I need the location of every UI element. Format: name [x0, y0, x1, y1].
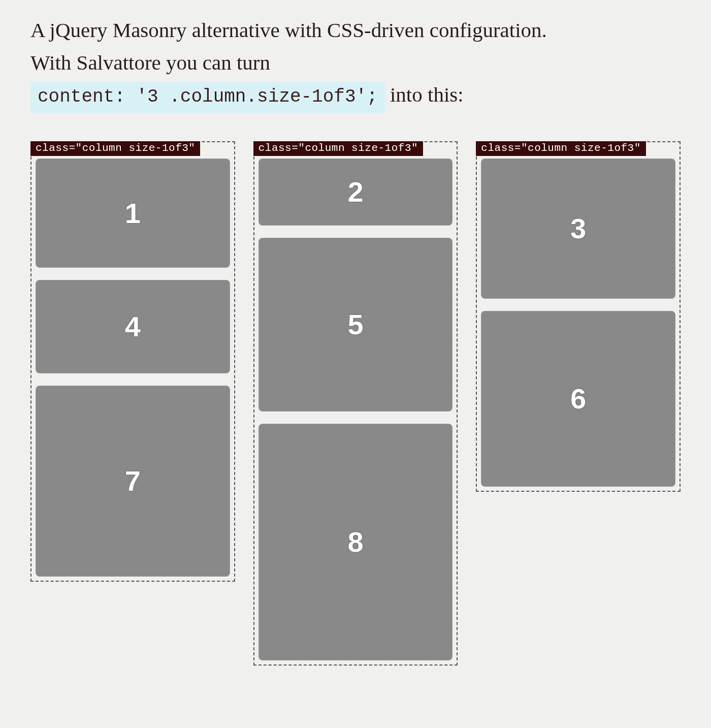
- grid-box: 2: [258, 159, 453, 226]
- grid-box: 8: [258, 424, 453, 660]
- grid-box: 7: [36, 386, 230, 577]
- intro-code-snippet: content: '3 .column.size-1of3';: [30, 82, 385, 113]
- grid-box: 5: [258, 238, 453, 412]
- grid-box-number: 5: [347, 308, 363, 341]
- grid-column: class="column size-1of3" 2 5 8: [253, 141, 458, 666]
- grid-box-number: 3: [570, 212, 586, 245]
- intro-text-after: into this:: [390, 83, 464, 106]
- grid-box: 1: [36, 159, 230, 268]
- grid-column: class="column size-1of3" 1 4 7: [30, 141, 235, 582]
- grid-box-number: 4: [125, 310, 141, 343]
- grid-box: 3: [481, 159, 675, 299]
- grid-box: 4: [36, 280, 230, 373]
- intro-paragraph: A jQuery Masonry alternative with CSS-dr…: [30, 14, 589, 113]
- grid-box-number: 2: [347, 175, 363, 208]
- grid-box-number: 1: [125, 197, 141, 230]
- grid-box-number: 8: [347, 525, 363, 558]
- grid-box: 6: [481, 311, 675, 487]
- column-class-label: class="column size-1of3": [253, 141, 423, 156]
- grid-box-number: 7: [125, 464, 141, 497]
- intro-text-before: A jQuery Masonry alternative with CSS-dr…: [30, 18, 547, 74]
- column-class-label: class="column size-1of3": [30, 141, 200, 156]
- masonry-demo-grid: class="column size-1of3" 1 4 7 class="co…: [30, 141, 681, 666]
- grid-column: class="column size-1of3" 3 6: [476, 141, 681, 492]
- column-class-label: class="column size-1of3": [476, 141, 645, 156]
- grid-box-number: 6: [570, 382, 586, 415]
